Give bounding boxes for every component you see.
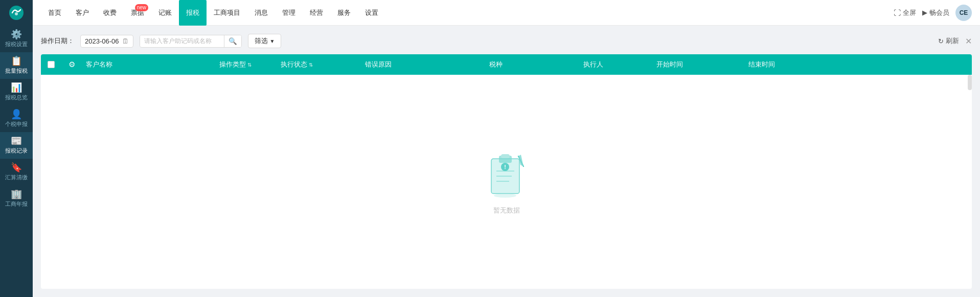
refresh-button[interactable]: ↻ 刷新: [938, 36, 959, 46]
gongshang-nianbao-icon: 🏢: [11, 189, 22, 199]
nav-label: 记账: [158, 8, 172, 17]
sidebar-item-label: 汇算清缴: [5, 174, 28, 181]
th-tax-type: 税种: [429, 54, 562, 75]
geshui-shenbao-icon: 👤: [11, 110, 22, 119]
huisuan-jiaona-icon: 🔖: [11, 163, 22, 172]
nav-label: 管理: [282, 8, 295, 17]
th-settings: ⚙: [61, 54, 82, 75]
nav-label: 经营: [310, 8, 323, 17]
date-picker[interactable]: 2023-06-06 🗓: [80, 35, 133, 48]
nav-item-piao[interactable]: 票据 new: [124, 0, 151, 26]
nav-item-home[interactable]: 首页: [41, 0, 69, 26]
nav-right: ⛶ 全屏 ▶ 畅会员 CE: [894, 5, 972, 21]
nav-item-shezhi[interactable]: 设置: [358, 0, 385, 26]
search-button[interactable]: 🔍: [224, 35, 241, 47]
filter-bar: 操作日期： 2023-06-06 🗓 🔍 筛选 ▼ ↻ 刷新 ✕: [41, 34, 972, 48]
th-exec-status: 执行状态 ⇅: [266, 54, 327, 75]
sidebar-logo: [0, 0, 33, 26]
th-error-reason: 错误原因: [327, 54, 429, 75]
svg-rect-5: [501, 154, 510, 158]
nav-item-gongshang[interactable]: 工商项目: [207, 0, 247, 26]
fullscreen-button[interactable]: ⛶ 全屏: [894, 8, 916, 17]
user-avatar[interactable]: CE: [955, 5, 972, 21]
sidebar-item-baoshui-jilu[interactable]: 📰 报税记录: [0, 132, 33, 159]
piliang-baoshui-icon: 📋: [11, 56, 22, 66]
column-settings-icon[interactable]: ⚙: [69, 60, 75, 69]
col-label: 结束时间: [748, 60, 775, 69]
nav-item-xiaoxi[interactable]: 消息: [247, 0, 275, 26]
th-customer-name: 客户名称: [82, 54, 204, 75]
th-start-time: 开始时间: [624, 54, 716, 75]
calendar-icon: 🗓: [122, 37, 129, 45]
sidebar-item-huisuan-jiaona[interactable]: 🔖 汇算清缴: [0, 159, 33, 185]
th-end-time: 结束时间: [716, 54, 808, 75]
filter-button[interactable]: 筛选 ▼: [248, 34, 282, 48]
refresh-label: 刷新: [946, 36, 959, 46]
col-label: 客户名称: [86, 60, 112, 69]
nav-item-jingying[interactable]: 经营: [303, 0, 330, 26]
sidebar-item-label: 报税记录: [5, 147, 28, 155]
nav-item-guanli[interactable]: 管理: [275, 0, 303, 26]
content-area: 操作日期： 2023-06-06 🗓 🔍 筛选 ▼ ↻ 刷新 ✕: [33, 26, 980, 297]
main-area: 首页 客户 收费 票据 new 记账 报税 工商项目 消息 管理 经营: [33, 0, 980, 297]
new-badge: new: [135, 4, 148, 11]
th-checkbox: [41, 54, 61, 75]
table-container: ⚙ 客户名称 操作类型 ⇅ 执行状态 ⇅ 错误原因 税种: [41, 54, 972, 289]
col-label: 税种: [489, 60, 503, 69]
member-button[interactable]: ▶ 畅会员: [922, 8, 949, 17]
nav-item-baoshui[interactable]: 报税: [179, 0, 207, 26]
table-body: ! 暂无数据: [41, 75, 972, 289]
nav-label: 设置: [365, 8, 378, 17]
col-label: 执行人: [583, 60, 603, 69]
nav-label: 服务: [337, 8, 351, 17]
select-all-checkbox[interactable]: [48, 61, 55, 68]
close-button[interactable]: ✕: [965, 36, 972, 46]
refresh-icon: ↻: [938, 37, 944, 45]
nav-item-shoufei[interactable]: 收费: [96, 0, 124, 26]
sidebar-item-label: 报税设置: [5, 40, 28, 48]
nav-label: 消息: [255, 8, 268, 17]
empty-text: 暂无数据: [493, 206, 520, 215]
sidebar: ⚙️ 报税设置 📋 批量报税 📊 报税总览 👤 个税申报 📰 报税记录 🔖 汇算…: [0, 0, 33, 297]
sidebar-item-label: 批量报税: [5, 67, 28, 75]
video-icon: ▶: [922, 9, 927, 16]
nav-label: 收费: [103, 8, 117, 17]
empty-state: ! 暂无数据: [463, 128, 550, 236]
nav-label: 首页: [48, 8, 61, 17]
sidebar-item-baoshui-shezhi[interactable]: ⚙️ 报税设置: [0, 26, 33, 52]
scroll-indicator[interactable]: [968, 75, 972, 90]
filter-btn-label: 筛选: [255, 36, 268, 46]
date-label: 操作日期：: [41, 36, 74, 46]
sort-icon[interactable]: ⇅: [247, 62, 252, 68]
nav-label: 报税: [186, 8, 199, 17]
sort-icon[interactable]: ⇅: [309, 62, 313, 68]
top-nav: 首页 客户 收费 票据 new 记账 报税 工商项目 消息 管理 经营: [33, 0, 980, 26]
chevron-down-icon: ▼: [270, 38, 275, 44]
nav-label: 工商项目: [214, 8, 240, 17]
col-label: 错误原因: [365, 60, 392, 69]
nav-item-customer[interactable]: 客户: [69, 0, 96, 26]
th-executor: 执行人: [562, 54, 624, 75]
search-input[interactable]: [140, 35, 224, 47]
sidebar-item-label: 工商年报: [5, 200, 28, 208]
baoshui-jilu-icon: 📰: [11, 136, 22, 145]
svg-text:!: !: [504, 164, 506, 170]
sidebar-item-label: 个税申报: [5, 120, 28, 128]
baoshui-zonlan-icon: 📊: [11, 83, 22, 92]
col-label: 操作类型: [219, 60, 246, 69]
table-header: ⚙ 客户名称 操作类型 ⇅ 执行状态 ⇅ 错误原因 税种: [41, 54, 972, 75]
svg-point-13: [494, 194, 516, 198]
sidebar-item-gongshang-nianbao[interactable]: 🏢 工商年报: [0, 185, 33, 212]
nav-item-jzhang[interactable]: 记账: [151, 0, 179, 26]
search-box: 🔍: [140, 35, 242, 48]
sidebar-item-baoshui-zonlan[interactable]: 📊 报税总览: [0, 79, 33, 105]
avatar-text: CE: [960, 9, 968, 16]
nav-label: 客户: [76, 8, 89, 17]
sidebar-item-piliang-baoshui[interactable]: 📋 批量报税: [0, 52, 33, 79]
nav-item-fuwu[interactable]: 服务: [330, 0, 358, 26]
col-label: 执行状态: [281, 60, 307, 69]
search-icon: 🔍: [229, 37, 237, 45]
col-label: 开始时间: [656, 60, 683, 69]
sidebar-item-geshui-shenbao[interactable]: 👤 个税申报: [0, 105, 33, 132]
sidebar-item-label: 报税总览: [5, 94, 28, 101]
